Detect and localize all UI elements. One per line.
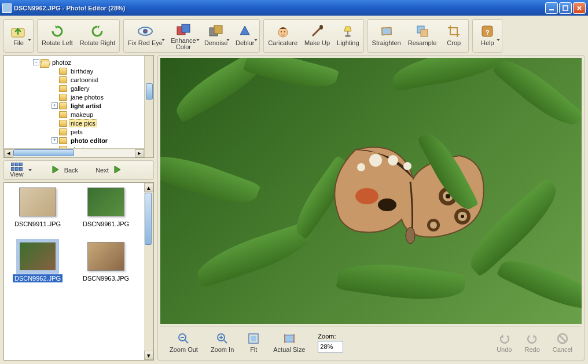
back-button[interactable] xyxy=(49,164,61,176)
cancel-button[interactable]: Cancel xyxy=(549,330,576,354)
tree-expand-icon[interactable]: + xyxy=(52,137,58,144)
actual-size-button[interactable]: Actual Size xyxy=(270,330,308,354)
scroll-down-icon[interactable]: ▾ xyxy=(144,351,153,360)
svg-rect-19 xyxy=(421,30,428,36)
back-label: Back xyxy=(64,167,78,174)
svg-rect-16 xyxy=(381,27,392,35)
tree-expand-icon xyxy=(52,128,58,135)
tree-item-label: photo editor xyxy=(69,137,109,145)
svg-point-12 xyxy=(284,31,285,32)
title-bar[interactable]: DSCN9962.JPG - Photo! Editor (28%) xyxy=(0,0,588,16)
folder-tree[interactable]: − photoz birthdaycartoonistgalleryjane p… xyxy=(3,55,154,158)
denoise-icon xyxy=(207,23,225,40)
dropdown-arrow-icon xyxy=(28,39,31,41)
tree-vertical-scrollbar[interactable] xyxy=(144,56,153,157)
svg-point-5 xyxy=(144,31,146,32)
tree-horizontal-scrollbar[interactable]: ◂ ▸ xyxy=(4,148,144,157)
scroll-left-icon[interactable]: ◂ xyxy=(4,149,13,157)
face-icon xyxy=(274,23,292,40)
tree-expand-icon xyxy=(52,120,58,126)
tree-expand-icon xyxy=(52,94,58,100)
dropdown-arrow-icon xyxy=(196,39,200,41)
thumbnail-item[interactable]: DSCN9911.JPG xyxy=(9,187,67,228)
zoom-input[interactable] xyxy=(318,341,343,352)
svg-point-15 xyxy=(345,35,351,37)
svg-point-24 xyxy=(403,162,411,170)
thumbnails-scrollbar[interactable]: ▴ ▾ xyxy=(144,183,153,360)
fit-button[interactable]: Fit xyxy=(243,330,264,354)
thumbnails-panel: DSCN9911.JPGDSCN9961.JPGDSCN9962.JPGDSCN… xyxy=(3,182,154,361)
thumbnail-item[interactable]: DSCN9961.JPG xyxy=(77,187,135,228)
tree-item[interactable]: jane photos xyxy=(5,93,152,101)
fix-red-eye-button[interactable]: Fix Red Eye xyxy=(124,20,166,52)
tree-item[interactable]: pets xyxy=(5,127,152,136)
dropdown-arrow-icon[interactable] xyxy=(28,169,32,171)
svg-point-27 xyxy=(378,198,396,211)
resample-button[interactable]: Resample xyxy=(405,20,440,52)
next-label: Next xyxy=(95,167,109,174)
svg-point-23 xyxy=(388,155,398,166)
next-button[interactable] xyxy=(112,164,124,176)
tree-item[interactable]: − photoz xyxy=(5,58,152,67)
tree-item-label: pets xyxy=(69,128,84,136)
help-button[interactable]: ? Help xyxy=(473,20,501,52)
tree-item[interactable]: birthday xyxy=(5,67,152,75)
scroll-right-icon[interactable]: ▸ xyxy=(135,149,144,157)
rotate-right-icon xyxy=(89,23,106,40)
thumbnail-image xyxy=(19,242,56,271)
brush-icon xyxy=(308,23,326,40)
tree-item[interactable]: gallery xyxy=(5,84,152,93)
tree-collapse-icon[interactable]: − xyxy=(33,59,39,65)
tree-item[interactable]: cartoonist xyxy=(5,75,152,84)
thumbnail-name: DSCN9963.JPG xyxy=(81,274,131,282)
zoom-in-icon xyxy=(215,332,229,345)
file-button[interactable]: File xyxy=(5,20,32,52)
thumbnail-image xyxy=(87,187,124,216)
tree-item[interactable]: +light artist xyxy=(5,101,152,110)
tree-item-label: gallery xyxy=(69,84,91,93)
folder-icon xyxy=(59,111,67,118)
rotate-left-button[interactable]: Rotate Left xyxy=(38,20,76,52)
folder-icon xyxy=(59,76,67,83)
deblur-button[interactable]: Deblur xyxy=(231,20,259,52)
svg-rect-41 xyxy=(285,335,294,342)
denoise-button[interactable]: Denoise xyxy=(201,20,231,52)
view-mode-button[interactable]: View xyxy=(8,162,26,178)
image-view[interactable] xyxy=(160,58,582,324)
deblur-icon xyxy=(236,23,253,40)
tree-item-label: cartoonist xyxy=(69,76,100,84)
caricature-button[interactable]: Caricature xyxy=(264,20,301,52)
svg-rect-9 xyxy=(214,25,222,34)
close-button[interactable] xyxy=(573,2,586,14)
make-up-button[interactable]: Make Up xyxy=(301,20,333,52)
tree-item[interactable]: +photo editor xyxy=(5,136,152,145)
tree-expand-icon[interactable]: + xyxy=(52,102,58,109)
tree-item[interactable]: nice pics xyxy=(5,119,152,127)
folder-icon xyxy=(59,120,67,127)
tree-expand-icon xyxy=(52,111,58,117)
tree-expand-icon xyxy=(52,76,58,83)
rotate-right-button[interactable]: Rotate Right xyxy=(76,20,119,52)
dropdown-arrow-icon xyxy=(226,39,230,41)
zoom-out-button[interactable]: Zoom Out xyxy=(166,330,201,354)
minimize-button[interactable] xyxy=(545,2,558,14)
svg-point-25 xyxy=(357,163,365,171)
dropdown-arrow-icon xyxy=(497,39,500,41)
tree-expand-icon xyxy=(52,85,58,91)
maximize-button[interactable] xyxy=(559,2,572,14)
thumbnail-item[interactable]: DSCN9963.JPG xyxy=(77,242,135,282)
straighten-button[interactable]: Straighten xyxy=(369,20,405,52)
enhance-color-button[interactable]: Enhance Color xyxy=(166,20,201,52)
thumbnail-item[interactable]: DSCN9962.JPG xyxy=(9,242,67,282)
redo-button[interactable]: Redo xyxy=(521,330,543,354)
tree-item[interactable]: makeup xyxy=(5,110,152,119)
scroll-up-icon[interactable]: ▴ xyxy=(144,183,153,192)
undo-button[interactable]: Undo xyxy=(493,330,515,354)
lighting-button[interactable]: Lighting xyxy=(333,20,363,52)
zoom-in-button[interactable]: Zoom In xyxy=(207,330,237,354)
tree-expand-icon xyxy=(52,68,58,74)
crop-icon xyxy=(445,23,462,40)
folder-open-icon xyxy=(41,59,49,66)
crop-button[interactable]: Crop xyxy=(440,20,468,52)
svg-point-26 xyxy=(355,188,378,204)
